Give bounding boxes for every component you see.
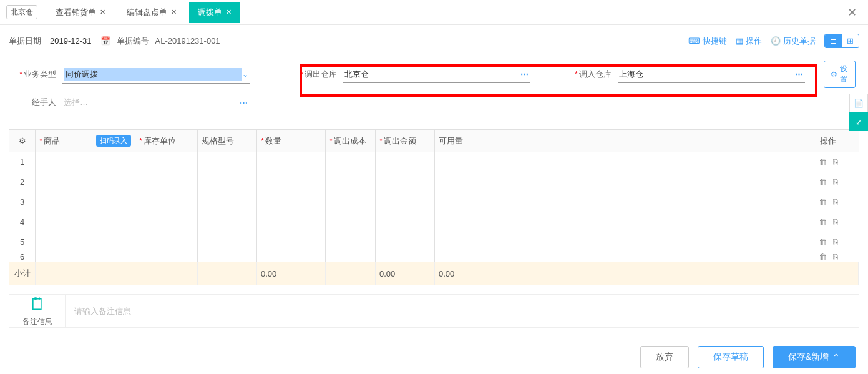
- view-list-icon[interactable]: ≣: [825, 34, 842, 47]
- delete-icon[interactable]: 🗑: [819, 197, 827, 207]
- delete-icon[interactable]: 🗑: [819, 177, 827, 187]
- cell[interactable]: [36, 252, 135, 262]
- col-label: 商品: [44, 135, 60, 147]
- location-badge: 北京仓: [6, 5, 37, 19]
- cell[interactable]: [36, 152, 135, 172]
- cell[interactable]: [435, 152, 797, 172]
- form-row-1: *业务类型 同价调拨 ⌄ *调出仓库 北京仓 ⋯ *调入仓库 上海仓 ⋯ ⚙设置: [12, 61, 856, 88]
- date-input[interactable]: 2019-12-31: [47, 35, 94, 47]
- cell[interactable]: [36, 232, 135, 252]
- save-new-button[interactable]: 保存&新增⌃: [773, 346, 856, 368]
- cell[interactable]: [376, 212, 435, 232]
- cell[interactable]: [435, 172, 797, 192]
- copy-icon[interactable]: ⎘: [833, 157, 838, 167]
- meta-row: 单据日期 2019-12-31 📅 单据编号 AL-20191231-001 ⌨…: [0, 25, 868, 54]
- close-icon[interactable]: ✕: [100, 8, 105, 16]
- cell[interactable]: [376, 252, 435, 262]
- cell[interactable]: [135, 172, 198, 192]
- cell[interactable]: [257, 232, 326, 252]
- cell[interactable]: [257, 192, 326, 212]
- close-icon[interactable]: ✕: [171, 8, 177, 16]
- close-panel-icon[interactable]: ✕: [842, 6, 862, 19]
- operate-link[interactable]: ▦操作: [736, 36, 762, 47]
- table-row[interactable]: 3🗑⎘: [9, 192, 859, 212]
- scan-badge[interactable]: 扫码录入: [96, 135, 131, 147]
- table-row[interactable]: 4🗑⎘: [9, 212, 859, 232]
- cell[interactable]: [257, 212, 326, 232]
- cell[interactable]: [376, 172, 435, 192]
- cell[interactable]: [326, 212, 376, 232]
- cell[interactable]: [326, 172, 376, 192]
- cell[interactable]: [198, 192, 257, 212]
- remarks-label: 备注信息: [22, 317, 52, 327]
- expand-tool-icon[interactable]: ⤢: [849, 112, 868, 131]
- cell[interactable]: [435, 212, 797, 232]
- tab-view-sales[interactable]: 查看销货单✕: [47, 2, 114, 23]
- data-grid: ⚙ *商品扫码录入 *库存单位 规格型号 *数量 *调出成本 *调出金额 可用量…: [9, 129, 859, 285]
- cell[interactable]: [198, 232, 257, 252]
- remarks-input[interactable]: [66, 295, 859, 327]
- cell[interactable]: [36, 192, 135, 212]
- table-row[interactable]: 6🗑⎘: [9, 252, 859, 262]
- col-gear[interactable]: ⚙: [9, 130, 36, 152]
- handler-select[interactable]: 选择… ⋯: [62, 94, 250, 111]
- copy-icon[interactable]: ⎘: [833, 252, 838, 262]
- cell[interactable]: [376, 152, 435, 172]
- in-wh-select[interactable]: 上海仓 ⋯: [618, 66, 805, 83]
- biz-type-select[interactable]: 同价调拨 ⌄: [62, 66, 250, 84]
- copy-icon[interactable]: ⎘: [833, 197, 838, 207]
- col-label: 可用量: [439, 135, 463, 147]
- out-wh-field: *调出仓库 北京仓 ⋯: [293, 66, 530, 83]
- cell[interactable]: [36, 212, 135, 232]
- discard-button[interactable]: 放弃: [640, 346, 689, 368]
- cell[interactable]: [198, 152, 257, 172]
- delete-icon[interactable]: 🗑: [819, 252, 827, 262]
- history-link[interactable]: 🕘历史单据: [771, 36, 816, 47]
- copy-icon[interactable]: ⎘: [833, 217, 838, 227]
- cell[interactable]: [198, 252, 257, 262]
- cell[interactable]: [198, 212, 257, 232]
- calendar-icon[interactable]: 📅: [100, 36, 110, 46]
- cell[interactable]: [326, 192, 376, 212]
- cell[interactable]: [135, 212, 198, 232]
- side-tools: 📄 ⤢: [849, 94, 868, 131]
- view-grid-icon[interactable]: ⊞: [842, 34, 859, 47]
- cell[interactable]: [135, 252, 198, 262]
- cell[interactable]: [435, 232, 797, 252]
- delete-icon[interactable]: 🗑: [819, 237, 827, 247]
- table-row[interactable]: 5🗑⎘: [9, 232, 859, 252]
- copy-icon[interactable]: ⎘: [833, 237, 838, 247]
- cell[interactable]: [198, 172, 257, 192]
- biz-type-field: *业务类型 同价调拨 ⌄: [12, 66, 250, 84]
- cell[interactable]: [326, 232, 376, 252]
- cell[interactable]: [376, 232, 435, 252]
- table-row[interactable]: 2🗑⎘: [9, 172, 859, 192]
- cell[interactable]: [36, 172, 135, 192]
- cell[interactable]: [257, 172, 326, 192]
- cell[interactable]: [135, 152, 198, 172]
- tab-edit-stock[interactable]: 编辑盘点单✕: [118, 2, 185, 23]
- copy-icon[interactable]: ⎘: [833, 177, 838, 187]
- table-row[interactable]: 1🗑⎘: [9, 152, 859, 172]
- note-tool-icon[interactable]: 📄: [849, 94, 868, 112]
- row-ops: 🗑⎘: [797, 152, 859, 172]
- cell[interactable]: [257, 252, 326, 262]
- row-index: 4: [9, 212, 36, 232]
- shortcut-link[interactable]: ⌨快捷键: [688, 36, 727, 47]
- settings-button[interactable]: ⚙设置: [824, 61, 856, 88]
- tab-transfer[interactable]: 调拨单✕: [189, 2, 240, 23]
- delete-icon[interactable]: 🗑: [819, 157, 827, 167]
- cell[interactable]: [326, 252, 376, 262]
- save-draft-button[interactable]: 保存草稿: [698, 346, 764, 368]
- cell[interactable]: [135, 232, 198, 252]
- cell[interactable]: [257, 152, 326, 172]
- cell[interactable]: [376, 192, 435, 212]
- cell[interactable]: [435, 192, 797, 212]
- cell[interactable]: [135, 192, 198, 212]
- close-icon[interactable]: ✕: [226, 8, 232, 16]
- cell[interactable]: [326, 152, 376, 172]
- out-wh-select[interactable]: 北京仓 ⋯: [343, 66, 530, 83]
- cell[interactable]: [435, 252, 797, 262]
- delete-icon[interactable]: 🗑: [819, 217, 827, 227]
- view-toggle: ≣ ⊞: [824, 34, 859, 48]
